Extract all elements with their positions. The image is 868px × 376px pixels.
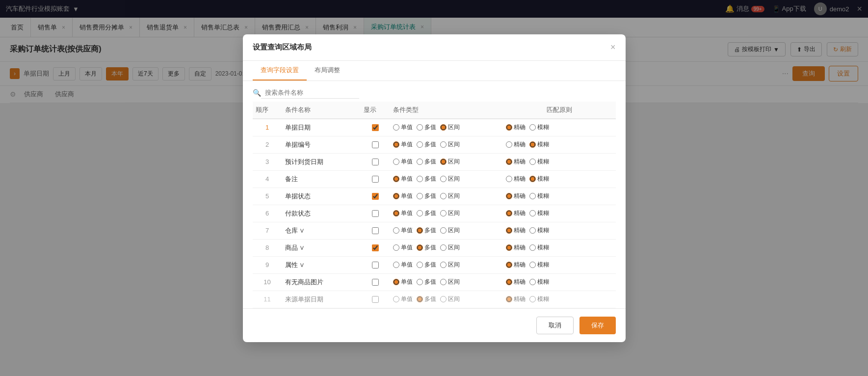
settings-modal: 设置查询区域布局 × 查询字段设置 布局调整 🔍 顺序 条件名称 显示 条件类型 xyxy=(243,34,626,104)
search-input[interactable] xyxy=(261,87,359,99)
modal-table: 顺序 条件名称 显示 条件类型 匹配原则 1 单据日期 单值 多值 区间 xyxy=(243,102,626,104)
modal-tab-layout-adjust-label: 布局调整 xyxy=(315,66,340,74)
modal-close-button[interactable]: × xyxy=(610,42,616,53)
modal-search-area: 🔍 xyxy=(243,81,626,102)
modal-title: 设置查询区域布局 xyxy=(253,43,312,52)
modal-table-header: 顺序 条件名称 显示 条件类型 匹配原则 xyxy=(253,102,616,104)
modal-header: 设置查询区域布局 × xyxy=(243,34,626,61)
search-icon: 🔍 xyxy=(253,89,261,97)
modal-tab-field-settings[interactable]: 查询字段设置 xyxy=(253,61,307,81)
modal-tab-field-settings-label: 查询字段设置 xyxy=(261,66,299,74)
modal-overlay: 设置查询区域布局 × 查询字段设置 布局调整 🔍 顺序 条件名称 显示 条件类型 xyxy=(0,0,868,103)
modal-tab-layout-adjust[interactable]: 布局调整 xyxy=(307,61,348,81)
modal-tabs: 查询字段设置 布局调整 xyxy=(243,61,626,81)
